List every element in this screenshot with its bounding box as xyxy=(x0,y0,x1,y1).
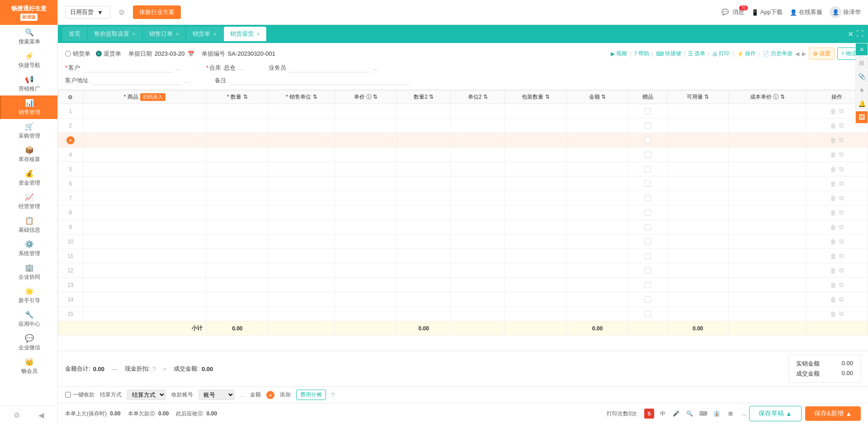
amount-cell-15[interactable] xyxy=(566,307,628,321)
scan-input-button[interactable]: 扫码录入 xyxy=(140,93,165,101)
unit-cell-7[interactable] xyxy=(268,191,335,205)
address-ellipsis-icon[interactable]: ... xyxy=(184,77,189,84)
product-input-13[interactable] xyxy=(86,281,203,288)
price-cell-14[interactable] xyxy=(335,292,397,307)
gift-cell-11[interactable] xyxy=(628,249,667,263)
product-input-4[interactable] xyxy=(86,151,203,158)
product-input-7[interactable] xyxy=(86,195,203,201)
price-cell-10[interactable] xyxy=(335,234,397,249)
gift-cell-12[interactable] xyxy=(628,263,667,278)
sidebar-item-wechat[interactable]: 💬 企业微信 xyxy=(0,331,57,354)
payment-ellipsis-icon[interactable]: ... xyxy=(240,392,245,398)
qty2-cell-2[interactable] xyxy=(396,119,451,133)
copy-row-button-9[interactable]: ⧉ xyxy=(839,223,844,231)
amount-cell-8[interactable] xyxy=(566,205,628,220)
history-prev-icon[interactable]: ◀ xyxy=(795,51,799,57)
unit2-cell-10[interactable] xyxy=(451,234,505,249)
unit-cell-8[interactable] xyxy=(268,205,335,220)
product-cell-2[interactable] xyxy=(83,119,206,133)
sidebar-item-marketing[interactable]: 📢 营销推广 xyxy=(0,72,57,95)
available-cell-2[interactable] xyxy=(667,119,729,133)
sort-icon[interactable]: ⇅ xyxy=(545,94,550,100)
copy-row-button-7[interactable]: ⧉ xyxy=(839,194,844,202)
shortcut-link[interactable]: ⌨ 快捷键 xyxy=(656,50,681,57)
sidebar-item-newbie[interactable]: 🌟 新手引导 xyxy=(0,284,57,307)
pkgqty-cell-5[interactable] xyxy=(505,162,567,176)
sidebar-item-basic[interactable]: 📋 基础信息 xyxy=(0,213,57,237)
product-cell-8[interactable] xyxy=(83,205,206,220)
delete-row-button-8[interactable]: 🗑 xyxy=(830,209,836,216)
unit2-cell-9[interactable] xyxy=(451,220,505,234)
qty2-cell-10[interactable] xyxy=(396,234,451,249)
unit-cell-14[interactable] xyxy=(268,292,335,307)
pkgqty-cell-1[interactable] xyxy=(505,104,567,119)
qty2-cell-3[interactable] xyxy=(396,133,451,148)
price-cell-7[interactable] xyxy=(335,191,397,205)
qty2-cell-5[interactable] xyxy=(396,162,451,176)
delete-row-button-4[interactable]: 🗑 xyxy=(830,151,836,158)
price-cell-5[interactable] xyxy=(335,162,397,176)
quantity-cell-12[interactable] xyxy=(207,263,269,278)
sidebar-item-search[interactable]: 🔍 搜索菜单 xyxy=(0,25,57,48)
tab-price-extract[interactable]: 售价提取设置 ✕ xyxy=(88,27,142,41)
gift-cell-9[interactable] xyxy=(628,220,667,234)
sort-icon[interactable]: ⇅ xyxy=(601,94,606,100)
pkgqty-cell-2[interactable] xyxy=(505,119,567,133)
delete-row-button-6[interactable]: 🗑 xyxy=(830,180,836,187)
sidebar-settings-btn[interactable]: ⚙ xyxy=(14,411,20,419)
print-link[interactable]: 🖨 打印 xyxy=(712,50,730,57)
product-cell-9[interactable] xyxy=(83,220,206,234)
cost-cell-11[interactable] xyxy=(729,249,806,263)
gift-cell-13[interactable] xyxy=(628,278,667,292)
quantity-cell-13[interactable] xyxy=(207,278,269,292)
account-select[interactable]: 账号 xyxy=(198,390,235,400)
delete-row-button-11[interactable]: 🗑 xyxy=(830,252,836,260)
unit-cell-2[interactable] xyxy=(268,119,335,133)
calendar-icon[interactable]: 📅 xyxy=(188,51,194,57)
product-cell-10[interactable] xyxy=(83,234,206,249)
quantity-cell-8[interactable] xyxy=(207,205,269,220)
available-cell-5[interactable] xyxy=(667,162,729,176)
cost-cell-1[interactable] xyxy=(729,104,806,119)
radio-delivery[interactable]: 销货单 xyxy=(65,50,90,58)
tab-sales-delivery[interactable]: 销货单 ✕ xyxy=(186,27,223,41)
one-key-checkbox[interactable] xyxy=(65,392,71,398)
gift-cell-15[interactable] xyxy=(628,307,667,321)
fee-split-button[interactable]: 费用分摊 xyxy=(296,390,326,400)
price-cell-12[interactable] xyxy=(335,263,397,278)
amount-cell-2[interactable] xyxy=(566,119,628,133)
price-cell-15[interactable] xyxy=(335,307,397,321)
delete-row-button-10[interactable]: 🗑 xyxy=(830,238,836,245)
product-input-2[interactable] xyxy=(86,122,203,129)
amount-cell-3[interactable] xyxy=(566,133,628,148)
available-cell-12[interactable] xyxy=(667,263,729,278)
available-cell-15[interactable] xyxy=(667,307,729,321)
sort-icon[interactable]: ⇅ xyxy=(313,94,317,100)
delete-row-button-15[interactable]: 🗑 xyxy=(830,310,836,318)
sort-icon[interactable]: ⇅ xyxy=(483,94,488,100)
delete-row-button-2[interactable]: 🗑 xyxy=(830,122,836,129)
qty2-cell-1[interactable] xyxy=(396,104,451,119)
qty2-cell-15[interactable] xyxy=(396,307,451,321)
pkgqty-cell-6[interactable] xyxy=(505,176,567,191)
tab-sales-order[interactable]: 销售订单 ✕ xyxy=(143,27,185,41)
copy-row-button-11[interactable]: ⧉ xyxy=(839,252,844,260)
sidebar-item-member[interactable]: 👑 畅会员 xyxy=(0,354,57,378)
video-link[interactable]: ▶ 视频 xyxy=(611,50,627,57)
unit2-cell-5[interactable] xyxy=(451,162,505,176)
product-cell-4[interactable] xyxy=(83,148,206,162)
product-input-1[interactable] xyxy=(86,108,203,114)
salesperson-ellipsis-icon[interactable]: ... xyxy=(373,65,378,71)
cost-cell-5[interactable] xyxy=(729,162,806,176)
sort-icon[interactable]: ⇅ xyxy=(243,94,248,100)
gift-checkbox-4[interactable] xyxy=(645,152,651,158)
tab-home[interactable]: 首页 xyxy=(62,27,87,41)
product-input-9[interactable] xyxy=(86,224,203,230)
save-new-button[interactable]: 保存&新增 ▲ xyxy=(805,406,861,421)
online-service-button[interactable]: 👤 在线客服 xyxy=(790,8,822,16)
add-row-button[interactable]: + xyxy=(66,136,75,144)
industry-dropdown[interactable]: 日用百货 ▼ xyxy=(65,6,110,19)
sort-icon[interactable]: ⇅ xyxy=(429,94,434,100)
right-panel-bell-btn[interactable]: 🔔 xyxy=(855,97,868,110)
gift-cell-4[interactable] xyxy=(628,148,667,162)
